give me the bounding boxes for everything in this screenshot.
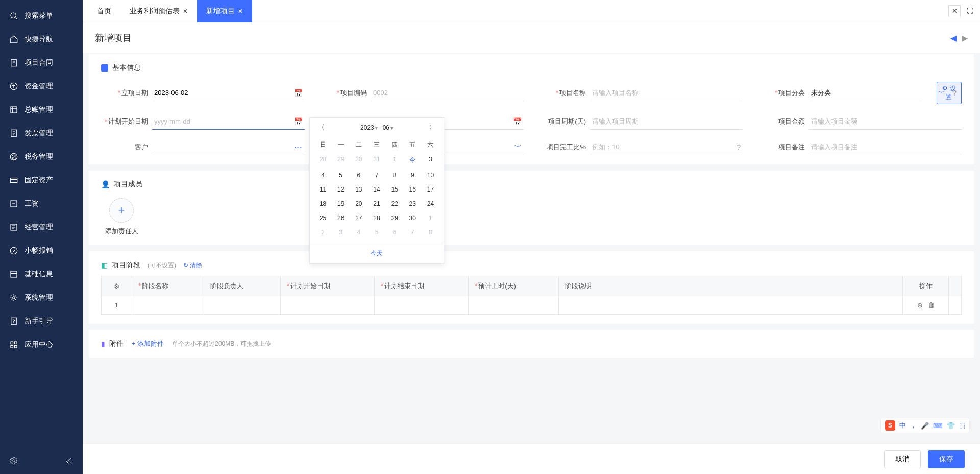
dp-day[interactable]: 18 <box>314 197 332 211</box>
sidebar-item-6[interactable]: 税务管理 <box>0 145 83 169</box>
dp-day[interactable]: 7 <box>368 168 385 182</box>
more-icon[interactable]: ··· <box>294 144 303 151</box>
input-complete-pct[interactable] <box>590 139 743 155</box>
dp-day[interactable]: 13 <box>350 182 368 197</box>
close-icon[interactable]: ✕ <box>183 8 188 15</box>
dp-day[interactable]: 27 <box>350 211 368 225</box>
sidebar-item-13[interactable]: 新手引导 <box>0 310 83 333</box>
input-project-amount[interactable] <box>809 113 962 130</box>
category-setting-button[interactable]: ⚙ 设置 <box>937 82 962 104</box>
cell-owner[interactable] <box>204 296 281 315</box>
close-icon[interactable]: ✕ <box>238 8 243 15</box>
dp-day[interactable]: 8 <box>422 225 439 240</box>
settings-icon[interactable] <box>9 456 18 467</box>
dp-day[interactable]: 4 <box>314 168 332 182</box>
tab-0[interactable]: 首页 <box>88 0 120 22</box>
dp-day[interactable]: 28 <box>314 152 332 168</box>
dp-day[interactable]: 31 <box>368 152 385 168</box>
dp-day[interactable]: 9 <box>404 168 422 182</box>
th-gear[interactable]: ⚙ <box>102 276 132 296</box>
cell-start[interactable] <box>281 296 375 315</box>
cell-desc[interactable] <box>559 296 903 315</box>
add-attachment-link[interactable]: + 添加附件 <box>132 339 164 348</box>
cell-name[interactable] <box>132 296 204 315</box>
dp-day[interactable]: 21 <box>368 197 385 211</box>
dp-day[interactable]: 16 <box>404 182 422 197</box>
sidebar-item-9[interactable]: 经营管理 <box>0 216 83 239</box>
dp-today-link[interactable]: 今天 <box>310 244 444 263</box>
dp-day[interactable]: 24 <box>422 197 439 211</box>
sidebar-item-3[interactable]: 资金管理 <box>0 75 83 98</box>
sidebar-item-11[interactable]: 基础信息 <box>0 263 83 286</box>
dp-day[interactable]: 14 <box>368 182 385 197</box>
sidebar-item-10[interactable]: 小畅报销 <box>0 239 83 263</box>
row-delete-icon[interactable]: 🗑 <box>928 301 935 309</box>
input-remark[interactable] <box>809 139 962 155</box>
dp-day[interactable]: 28 <box>368 211 385 225</box>
dp-day[interactable]: 2 <box>314 225 332 240</box>
dp-day[interactable]: 3 <box>332 225 350 240</box>
add-member-button[interactable]: + <box>109 198 134 223</box>
dp-day[interactable]: 6 <box>386 225 404 240</box>
dp-year[interactable]: 2023▾ <box>360 124 378 131</box>
dp-day[interactable]: 5 <box>332 168 350 182</box>
dp-day[interactable]: 8 <box>386 168 404 182</box>
sidebar-item-0[interactable]: 搜索菜单 <box>0 4 83 28</box>
dp-day[interactable]: 29 <box>386 211 404 225</box>
dp-day[interactable]: 15 <box>386 182 404 197</box>
sidebar-item-2[interactable]: 项目合同 <box>0 51 83 75</box>
cell-end[interactable] <box>375 296 469 315</box>
ime-punct[interactable]: ， <box>910 421 917 430</box>
collapse-icon[interactable] <box>64 456 74 467</box>
input-plan-start[interactable] <box>152 113 305 130</box>
dp-day[interactable]: 今 <box>404 152 422 168</box>
input-creation-date[interactable] <box>152 85 305 101</box>
dp-day[interactable]: 29 <box>332 152 350 168</box>
nav-next-icon[interactable]: ▶ <box>962 33 968 43</box>
sidebar-item-7[interactable]: 固定资产 <box>0 169 83 192</box>
sidebar-item-8[interactable]: 工资 <box>0 192 83 216</box>
nav-prev-icon[interactable]: ◀ <box>950 33 957 43</box>
dp-prev-icon[interactable]: 〈 <box>316 123 326 132</box>
tab-2[interactable]: 新增项目✕ <box>197 0 252 22</box>
dp-day[interactable]: 25 <box>314 211 332 225</box>
dp-day[interactable]: 10 <box>422 168 439 182</box>
dp-day[interactable]: 5 <box>368 225 385 240</box>
save-button[interactable]: 保存 <box>928 450 965 468</box>
sidebar-item-14[interactable]: 应用中心 <box>0 333 83 357</box>
clear-stages-link[interactable]: ↻ 清除 <box>183 261 202 270</box>
dp-day[interactable]: 20 <box>350 197 368 211</box>
dp-day[interactable]: 23 <box>404 197 422 211</box>
tab-1[interactable]: 业务利润预估表✕ <box>120 0 197 22</box>
dp-next-icon[interactable]: 〉 <box>427 123 437 132</box>
tabs-close-button[interactable]: ✕ <box>948 5 961 17</box>
input-project-code[interactable] <box>371 85 524 101</box>
dp-day[interactable]: 19 <box>332 197 350 211</box>
ime-lang[interactable]: 中 <box>899 421 906 430</box>
ime-mic-icon[interactable]: 🎤 <box>921 422 929 430</box>
dp-day[interactable]: 17 <box>422 182 439 197</box>
cancel-button[interactable]: 取消 <box>884 450 921 468</box>
dp-day[interactable]: 1 <box>422 211 439 225</box>
ime-logo-icon[interactable]: S <box>885 420 895 431</box>
dp-day[interactable]: 22 <box>386 197 404 211</box>
fullscreen-icon[interactable]: ⛶ <box>965 6 975 16</box>
dp-day[interactable]: 26 <box>332 211 350 225</box>
ime-skin-icon[interactable]: 👕 <box>947 422 955 430</box>
ime-keyboard-icon[interactable]: ⌨ <box>933 422 943 430</box>
dp-day[interactable]: 1 <box>386 152 404 168</box>
dp-month[interactable]: 06▾ <box>383 124 393 131</box>
input-project-name[interactable] <box>590 85 743 101</box>
dp-day[interactable]: 12 <box>332 182 350 197</box>
ime-grid-icon[interactable]: ⬚ <box>959 422 965 430</box>
dp-day[interactable]: 30 <box>404 211 422 225</box>
sidebar-item-12[interactable]: 系统管理 <box>0 286 83 310</box>
row-add-icon[interactable]: ⊕ <box>917 301 923 309</box>
dp-day[interactable]: 7 <box>404 225 422 240</box>
sidebar-item-4[interactable]: 总账管理 <box>0 98 83 122</box>
select-project-category[interactable]: 未分类 <box>809 85 922 101</box>
dp-day[interactable]: 3 <box>422 152 439 168</box>
dp-day[interactable]: 6 <box>350 168 368 182</box>
input-period-days[interactable] <box>590 113 743 130</box>
dp-day[interactable]: 4 <box>350 225 368 240</box>
